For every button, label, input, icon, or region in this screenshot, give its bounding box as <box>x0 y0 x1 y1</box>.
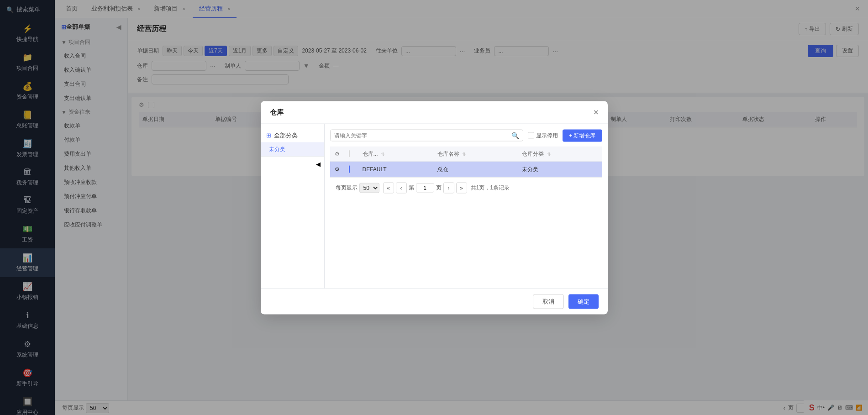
sort-code-icon[interactable]: ⇅ <box>381 151 384 156</box>
dialog-table-body: ⚙ DEFAULT 总仓 未分类 <box>330 162 602 177</box>
row-gear-icon[interactable]: ⚙ <box>335 166 340 173</box>
col-code-label: 仓库... <box>363 150 378 157</box>
warehouse-dialog: 仓库 × ⊞ 全部分类 未分类 ◀ 🔍 <box>261 101 608 314</box>
col-name-label: 仓库名称 <box>437 150 459 157</box>
dialog-title: 仓库 <box>270 108 284 116</box>
dialog-col-category: 仓库分类 ⇅ <box>517 146 602 162</box>
dialog-sidebar-collapse[interactable]: ◀ <box>261 156 324 171</box>
uncategorized-label: 未分类 <box>269 146 285 152</box>
dialog-table-head: ⚙ 仓库... ⇅ 仓库名称 ⇅ <box>330 146 602 162</box>
collapse-arrow-icon: ◀ <box>316 160 321 167</box>
dialog-header: 仓库 × <box>261 101 608 124</box>
dialog-col-name: 仓库名称 ⇅ <box>433 146 517 162</box>
dialog-confirm-button[interactable]: 确定 <box>568 294 599 309</box>
dialog-table: ⚙ 仓库... ⇅ 仓库名称 ⇅ <box>330 146 602 177</box>
dialog-page-word: 第 <box>409 184 414 192</box>
dialog-last-page[interactable]: » <box>456 182 467 193</box>
show-disabled-label: 显示停用 <box>536 131 558 139</box>
dialog-close-button[interactable]: × <box>594 107 599 117</box>
col-category-label: 仓库分类 <box>522 150 544 157</box>
row-category: 未分类 <box>517 162 602 177</box>
dialog-main: 🔍 显示停用 + 新增仓库 ⚙ <box>325 124 608 288</box>
dialog-page-total: 共1页，1条记录 <box>471 184 510 192</box>
row-gear: ⚙ <box>330 162 344 177</box>
dialog-search-input[interactable] <box>334 132 509 139</box>
dialog-next-page[interactable]: › <box>443 182 454 193</box>
dialog-search-wrap: 🔍 <box>330 130 524 142</box>
dialog-page-size: 每页显示 50 <box>336 183 379 193</box>
dialog-col-gear: ⚙ <box>330 146 344 162</box>
sort-category-icon[interactable]: ⇅ <box>547 151 551 156</box>
dialog-footer: 取消 确定 <box>261 288 608 314</box>
dialog-col-check <box>344 146 358 162</box>
table-gear-icon[interactable]: ⚙ <box>335 151 340 157</box>
dialog-all-category[interactable]: ⊞ 全部分类 <box>261 128 324 142</box>
dialog-toolbar: 🔍 显示停用 + 新增仓库 <box>330 129 602 142</box>
sort-name-icon[interactable]: ⇅ <box>462 151 466 156</box>
dialog-pagination: 每页显示 50 « ‹ 第 页 › » 共1页，1条记录 <box>330 177 602 198</box>
dialog-prev-page[interactable]: ‹ <box>396 182 407 193</box>
dialog-body: ⊞ 全部分类 未分类 ◀ 🔍 显示停用 + 新增仓库 <box>261 124 608 288</box>
add-warehouse-button[interactable]: + 新增仓库 <box>563 129 602 142</box>
row-checkbox[interactable] <box>349 166 350 173</box>
dialog-first-page[interactable]: « <box>383 182 394 193</box>
all-category-label: 全部分类 <box>274 131 298 139</box>
dialog-page-label: 页 <box>436 184 442 192</box>
dialog-page-nav: « ‹ 第 页 › » <box>383 182 467 193</box>
dialog-search-icon: 🔍 <box>511 132 519 139</box>
dialog-col-code: 仓库... ⇅ <box>358 146 433 162</box>
dialog-page-input[interactable] <box>416 183 434 192</box>
row-check <box>344 162 358 177</box>
show-disabled-wrap: 显示停用 <box>528 131 558 139</box>
dialog-sidebar: ⊞ 全部分类 未分类 ◀ <box>261 124 325 288</box>
grid-icon: ⊞ <box>266 132 271 139</box>
show-disabled-checkbox[interactable] <box>528 132 534 139</box>
row-code: DEFAULT <box>358 162 433 177</box>
dialog-uncategorized[interactable]: 未分类 <box>261 142 324 156</box>
dialog-cancel-button[interactable]: 取消 <box>533 294 564 309</box>
table-row[interactable]: ⚙ DEFAULT 总仓 未分类 <box>330 162 602 177</box>
row-name: 总仓 <box>433 162 517 177</box>
dialog-per-page-label: 每页显示 <box>336 184 358 192</box>
dialog-per-page-select[interactable]: 50 <box>359 183 379 193</box>
dialog-table-scroll: ⚙ 仓库... ⇅ 仓库名称 ⇅ <box>330 146 602 177</box>
dialog-select-all[interactable] <box>349 150 350 158</box>
